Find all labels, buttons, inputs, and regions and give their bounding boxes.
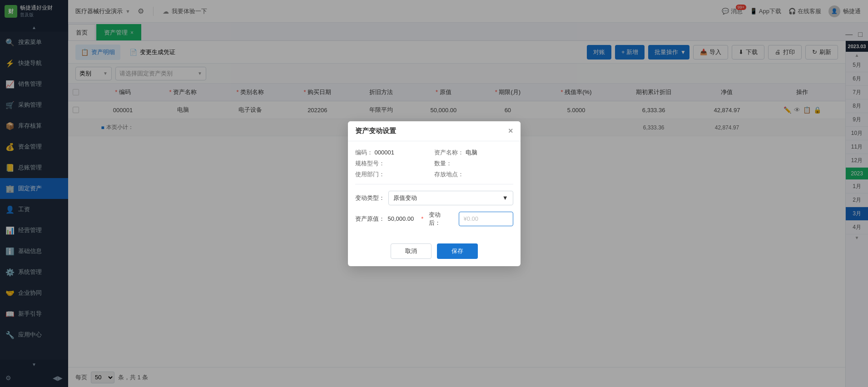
- asset-value-field: 资产原值： 50,000.00 * 变动后：: [355, 211, 513, 227]
- after-change-input[interactable]: [459, 212, 513, 226]
- quantity-label: 数量：: [434, 159, 452, 168]
- dialog-info-grid: 编码： 000001 资产名称： 电脑 规格型号： 数量： 使用部门：: [355, 149, 513, 184]
- cancel-button[interactable]: 取消: [391, 243, 432, 259]
- asset-change-dialog: 资产变动设置 × 编码： 000001 资产名称： 电脑 规格型号： 数量：: [348, 121, 521, 266]
- change-type-label: 变动类型：: [355, 194, 385, 202]
- dept-label: 使用部门：: [355, 170, 385, 179]
- info-dept: 使用部门：: [355, 170, 434, 179]
- info-quantity: 数量：: [434, 159, 513, 168]
- info-location: 存放地点：: [434, 170, 513, 179]
- change-type-chevron-icon: ▼: [502, 194, 508, 201]
- original-value-label: 资产原值：: [355, 215, 384, 223]
- asset-name-value: 电脑: [466, 149, 477, 157]
- code-value: 000001: [375, 149, 394, 156]
- dialog-title: 资产变动设置: [355, 127, 396, 135]
- dialog-overlay[interactable]: 资产变动设置 × 编码： 000001 资产名称： 电脑 规格型号： 数量：: [0, 0, 868, 387]
- code-label: 编码：: [355, 149, 373, 157]
- asset-name-label: 资产名称：: [434, 149, 464, 157]
- change-type-value: 原值变动: [393, 194, 417, 202]
- after-change-label: 变动后：: [429, 211, 452, 227]
- location-label: 存放地点：: [434, 170, 464, 179]
- required-star: *: [421, 215, 423, 222]
- spec-label: 规格型号：: [355, 159, 385, 168]
- change-type-field: 变动类型： 原值变动 ▼: [355, 191, 513, 205]
- dialog-body: 编码： 000001 资产名称： 电脑 规格型号： 数量： 使用部门：: [348, 141, 521, 240]
- save-button[interactable]: 保存: [437, 243, 478, 259]
- info-name: 资产名称： 电脑: [434, 149, 513, 157]
- dialog-footer: 取消 保存: [348, 240, 521, 266]
- dialog-header: 资产变动设置 ×: [348, 121, 521, 141]
- info-code: 编码： 000001: [355, 149, 434, 157]
- original-value-display: 50,000.00: [387, 215, 414, 222]
- change-type-select[interactable]: 原值变动 ▼: [388, 191, 513, 205]
- dialog-close-icon[interactable]: ×: [508, 127, 513, 135]
- info-spec: 规格型号：: [355, 159, 434, 168]
